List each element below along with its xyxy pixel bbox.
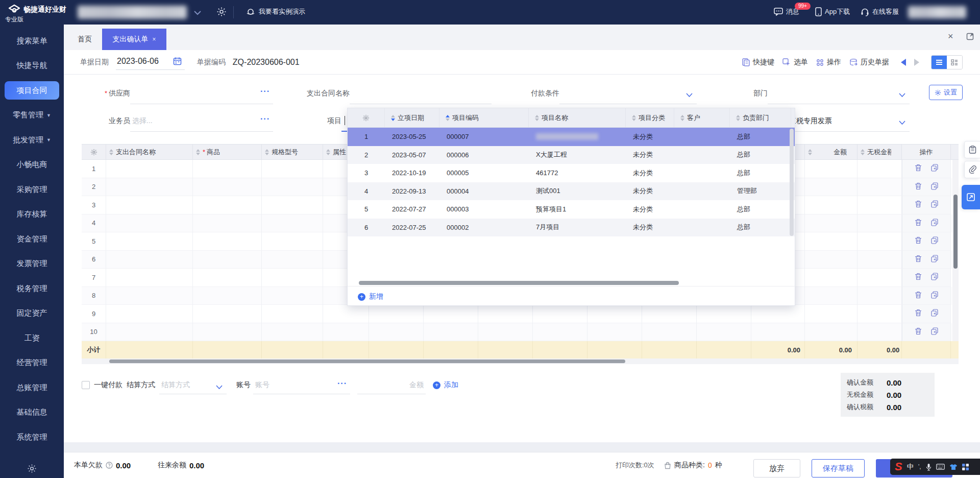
grid-cell[interactable] xyxy=(323,323,369,342)
ime-mode[interactable]: 中 xyxy=(907,462,914,471)
sort-icon[interactable] xyxy=(808,149,812,155)
grid-cell[interactable] xyxy=(805,178,857,197)
shortcut-keys-button[interactable]: 快捷键 xyxy=(742,58,774,67)
sort-icon[interactable] xyxy=(326,149,330,155)
grid-cell[interactable] xyxy=(587,323,642,342)
sidebar-item-3[interactable]: 零售管理▼ xyxy=(0,103,64,128)
ime-punct[interactable]: ’, xyxy=(918,463,921,470)
mic-icon[interactable] xyxy=(926,463,932,471)
dropdown-row-5[interactable]: 52022-07-27000003预算项目1未分类总部 xyxy=(348,200,795,219)
grid-vertical-scrollbar[interactable] xyxy=(952,160,959,341)
history-docs-button[interactable]: 历史单据 xyxy=(849,58,889,67)
settings-button[interactable]: 设置 xyxy=(929,85,963,100)
copy-row-icon[interactable] xyxy=(931,182,938,192)
ime-grid-icon[interactable] xyxy=(962,464,969,470)
tab-home[interactable]: 首页 xyxy=(68,29,102,50)
settle-method-select[interactable]: 结算方式 xyxy=(159,376,227,394)
grid-cell[interactable] xyxy=(193,251,262,269)
dropdown-row-2[interactable]: 22023-05-07000006X大厦工程未分类总部 xyxy=(348,146,795,164)
dropdown-row-3[interactable]: 32022-10-19000005461772未分类总部 xyxy=(348,164,795,182)
ime-logo-icon[interactable]: S xyxy=(895,461,902,472)
grid-cell[interactable] xyxy=(424,305,478,323)
dropdown-col-header[interactable]: 负责部门 xyxy=(730,108,791,127)
contract-input[interactable] xyxy=(350,83,492,104)
grid-cell[interactable] xyxy=(857,323,902,342)
sort-icon[interactable] xyxy=(391,115,395,121)
dropdown-col-header[interactable]: 立项日期 xyxy=(385,108,439,127)
calendar-icon[interactable] xyxy=(173,57,182,65)
sidebar-item-4[interactable]: 批发管理▼ xyxy=(0,128,64,153)
copy-row-icon[interactable] xyxy=(931,273,938,282)
delete-row-icon[interactable] xyxy=(915,219,922,228)
copy-row-icon[interactable] xyxy=(931,327,938,337)
grid-cell[interactable] xyxy=(106,214,193,233)
grid-cell[interactable] xyxy=(369,305,424,323)
card-view-button[interactable] xyxy=(947,56,962,69)
dropdown-columns-gear-icon[interactable] xyxy=(348,108,385,127)
grid-cell[interactable] xyxy=(587,305,642,323)
dropdown-col-header[interactable]: 项目编码 xyxy=(439,108,529,127)
sidebar-item-6[interactable]: 采购管理 xyxy=(0,177,64,202)
grid-cell[interactable] xyxy=(857,287,902,305)
grid-row-9[interactable]: 9 xyxy=(82,305,959,323)
sort-icon[interactable] xyxy=(736,115,740,121)
grid-cell[interactable] xyxy=(697,305,751,323)
grid-cell[interactable] xyxy=(193,287,262,305)
grid-cell[interactable] xyxy=(369,323,424,342)
grid-cell[interactable] xyxy=(106,305,193,323)
grid-cell[interactable] xyxy=(805,160,857,178)
copy-row-icon[interactable] xyxy=(931,255,938,264)
grid-cell[interactable] xyxy=(262,160,323,178)
doc-date-field[interactable]: 2023-06-06 xyxy=(116,55,185,70)
grid-cell[interactable] xyxy=(106,251,193,269)
sidebar-settings-gear-icon[interactable] xyxy=(0,464,64,475)
department-select[interactable] xyxy=(768,83,910,104)
expand-panel-tab[interactable] xyxy=(962,185,980,209)
grid-cell[interactable] xyxy=(262,269,323,287)
company-selector-redacted[interactable] xyxy=(78,6,187,19)
grid-cell[interactable] xyxy=(323,305,369,323)
sidebar-item-1[interactable]: 快捷导航 xyxy=(0,54,64,79)
grid-cell[interactable] xyxy=(751,305,805,323)
grid-cell[interactable] xyxy=(106,196,193,214)
grid-cell[interactable] xyxy=(697,323,751,342)
grid-cell[interactable] xyxy=(193,214,262,233)
grid-cell[interactable] xyxy=(106,323,193,342)
company-chevron-down-icon[interactable] xyxy=(194,9,201,17)
demo-link[interactable]: 我要看实例演示 xyxy=(246,7,305,16)
sort-icon[interactable] xyxy=(861,149,865,155)
grid-cell[interactable] xyxy=(262,196,323,214)
tab-expense-confirm[interactable]: 支出确认单 × xyxy=(102,29,166,50)
grid-cell[interactable] xyxy=(262,251,323,269)
chevron-down-icon[interactable] xyxy=(899,90,905,99)
app-download-button[interactable]: App下载 xyxy=(815,7,850,16)
dropdown-col-header[interactable]: 项目名称 xyxy=(529,108,626,127)
grid-cell[interactable] xyxy=(193,323,262,342)
grid-cell[interactable] xyxy=(193,160,262,178)
question-circle-icon[interactable] xyxy=(106,462,113,469)
grid-cell[interactable] xyxy=(106,287,193,305)
dropdown-horizontal-scrollbar[interactable] xyxy=(348,279,796,286)
grid-cell[interactable] xyxy=(478,323,533,342)
grid-columns-gear-icon[interactable] xyxy=(82,145,106,159)
grid-cell[interactable] xyxy=(805,232,857,251)
sidebar-item-12[interactable]: 工资 xyxy=(0,326,64,351)
grid-cell[interactable] xyxy=(106,178,193,197)
chevron-down-icon[interactable] xyxy=(216,383,223,391)
grid-cell[interactable] xyxy=(262,323,323,342)
onekey-pay-checkbox[interactable] xyxy=(82,381,90,389)
cancel-button[interactable]: 放弃 xyxy=(753,459,800,477)
delete-row-icon[interactable] xyxy=(915,164,922,173)
grid-cell[interactable] xyxy=(262,287,323,305)
grid-cell[interactable] xyxy=(106,269,193,287)
grid-cell[interactable] xyxy=(262,305,323,323)
copy-row-icon[interactable] xyxy=(931,200,938,209)
sidebar-item-9[interactable]: 发票管理 xyxy=(0,252,64,277)
template-clipboard-tab[interactable] xyxy=(964,141,980,158)
delete-row-icon[interactable] xyxy=(915,200,922,209)
tab-close-icon[interactable]: × xyxy=(152,36,156,43)
add-plus-icon[interactable]: + xyxy=(358,293,365,301)
grid-cell[interactable] xyxy=(805,287,857,305)
skin-shirt-icon[interactable] xyxy=(949,464,958,470)
grid-cell[interactable] xyxy=(262,178,323,197)
